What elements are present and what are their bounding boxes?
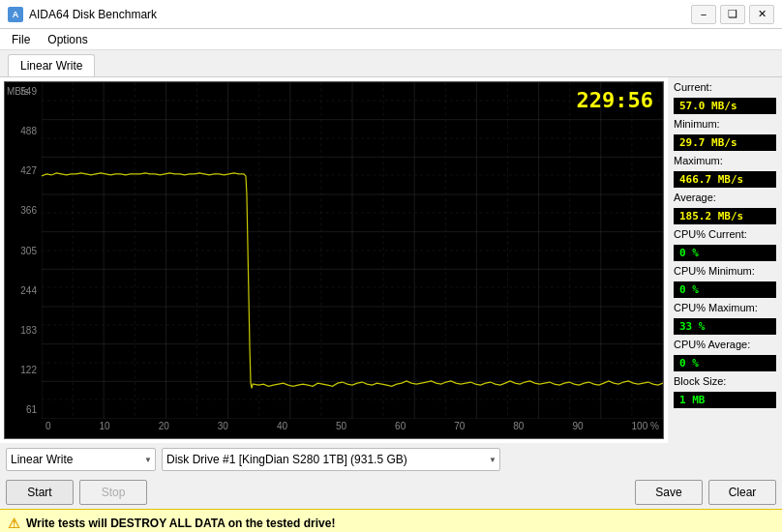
maximum-label: Maximum:: [674, 155, 776, 166]
btn-row: Start Stop Save Clear: [0, 476, 782, 509]
xaxis-10: 10: [100, 421, 110, 436]
warning-bar: ⚠ Write tests will DESTROY ALL DATA on t…: [0, 509, 782, 532]
yaxis-366: 366: [7, 205, 40, 216]
chart-inner: 229:56: [42, 82, 663, 419]
time-display: 229:56: [577, 88, 653, 112]
yaxis-427: 427: [7, 165, 40, 176]
save-button[interactable]: Save: [635, 480, 703, 505]
stats-panel: Current: 57.0 MB/s Minimum: 29.7 MB/s Ma…: [668, 77, 782, 443]
close-button[interactable]: ✕: [749, 5, 774, 24]
stop-button[interactable]: Stop: [79, 480, 147, 505]
clear-button[interactable]: Clear: [708, 480, 776, 505]
minimum-value: 29.7 MB/s: [674, 134, 776, 151]
xaxis-70: 70: [454, 421, 465, 436]
tab-linear-write[interactable]: Linear Write: [8, 54, 95, 76]
average-value: 185.2 MB/s: [674, 208, 776, 224]
xaxis-40: 40: [277, 421, 287, 436]
xaxis-100: 100 %: [632, 421, 659, 436]
test-type-dropdown-wrap: Linear Write: [6, 448, 156, 471]
yaxis-183: 183: [7, 325, 40, 336]
restore-button[interactable]: ❑: [720, 5, 745, 24]
tab-area: Linear Write: [0, 50, 782, 77]
chart-svg: [42, 82, 663, 419]
start-button[interactable]: Start: [6, 480, 74, 505]
control-row: Linear Write Disk Drive #1 [KingDian S28…: [0, 443, 782, 476]
yaxis-61: 61: [7, 404, 40, 415]
title-bar-left: A AIDA64 Disk Benchmark: [8, 7, 157, 22]
cpu-max-label: CPU% Maximum:: [674, 302, 776, 313]
yaxis-122: 122: [7, 365, 40, 375]
current-label: Current:: [674, 81, 776, 93]
title-bar: A AIDA64 Disk Benchmark − ❑ ✕: [0, 0, 782, 29]
xaxis-60: 60: [395, 421, 406, 436]
menu-bar: File Options: [0, 29, 782, 50]
cpu-avg-value: 0 %: [674, 355, 776, 371]
xaxis-20: 20: [159, 421, 169, 436]
minimum-label: Minimum:: [674, 118, 776, 130]
app-icon: A: [8, 7, 23, 22]
cpu-min-value: 0 %: [674, 281, 776, 298]
chart-xaxis: 0 10 20 30 40 50 60 70 80 90 100 %: [42, 419, 663, 438]
xaxis-0: 0: [45, 421, 51, 436]
yaxis-488: 488: [7, 126, 40, 136]
menu-options[interactable]: Options: [40, 31, 95, 48]
cpu-current-value: 0 %: [674, 245, 776, 261]
app-title: AIDA64 Disk Benchmark: [29, 8, 157, 21]
chart-yaxis: 549 488 427 366 305 244 183 122 61: [5, 82, 42, 419]
xaxis-90: 90: [572, 421, 583, 436]
minimize-button[interactable]: −: [691, 5, 716, 24]
disk-dropdown-wrap: Disk Drive #1 [KingDian S280 1TB] (931.5…: [162, 448, 500, 471]
block-size-label: Block Size:: [674, 375, 776, 387]
yaxis-549: 549: [7, 86, 40, 97]
warning-text: Write tests will DESTROY ALL DATA on the…: [26, 517, 335, 530]
block-size-value: 1 MB: [674, 392, 776, 408]
disk-dropdown[interactable]: Disk Drive #1 [KingDian S280 1TB] (931.5…: [162, 448, 500, 471]
cpu-max-value: 33 %: [674, 318, 776, 335]
warning-icon: ⚠: [8, 516, 20, 531]
maximum-value: 466.7 MB/s: [674, 171, 776, 188]
title-bar-controls: − ❑ ✕: [691, 5, 774, 24]
xaxis-50: 50: [336, 421, 346, 436]
xaxis-30: 30: [218, 421, 228, 436]
test-type-dropdown[interactable]: Linear Write: [6, 448, 156, 471]
current-value: 57.0 MB/s: [674, 98, 776, 114]
chart-area: MB/s 549 488 427 366 305 244 183 122 61 …: [4, 81, 664, 439]
cpu-avg-label: CPU% Average:: [674, 339, 776, 350]
average-label: Average:: [674, 192, 776, 203]
yaxis-305: 305: [7, 246, 40, 256]
main-content: MB/s 549 488 427 366 305 244 183 122 61 …: [0, 77, 782, 443]
menu-file[interactable]: File: [4, 31, 38, 48]
cpu-min-label: CPU% Minimum:: [674, 265, 776, 277]
cpu-current-label: CPU% Current:: [674, 228, 776, 240]
yaxis-244: 244: [7, 285, 40, 296]
xaxis-80: 80: [513, 421, 524, 436]
